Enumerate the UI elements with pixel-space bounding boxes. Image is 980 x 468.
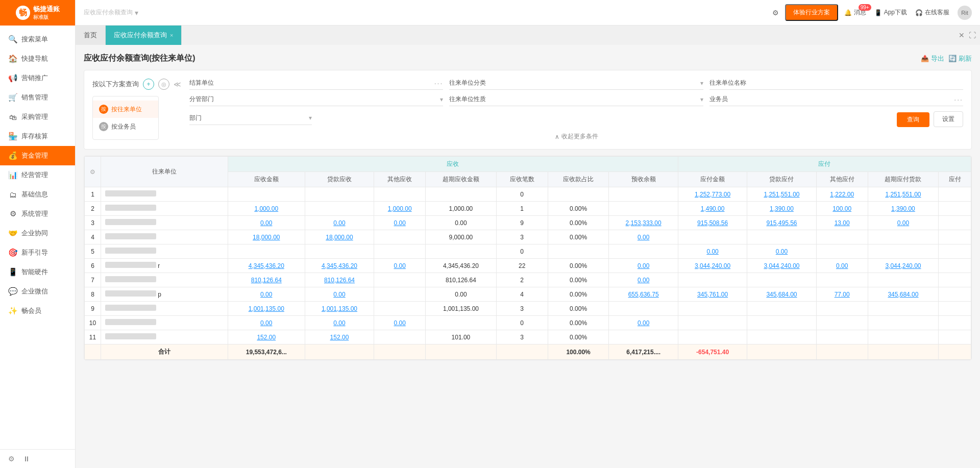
filter-field-partner-category: 往来单位分类 ▾ [449, 79, 703, 90]
online-service-label: 在线客服 [925, 8, 949, 17]
sidebar-item-label: 搜索菜单 [21, 35, 48, 44]
cooperation-icon: 🤝 [8, 229, 17, 238]
sidebar-item-finance[interactable]: 💰 资金管理 [0, 146, 75, 165]
salesperson-more-icon[interactable]: ··· [954, 95, 963, 104]
partner-category-input[interactable] [488, 80, 698, 87]
settings-button[interactable]: 设置 [934, 111, 963, 127]
dept-dropdown-icon[interactable]: ▾ [309, 114, 312, 121]
marketing-icon: 📢 [8, 73, 17, 83]
sidebar-item-cooperation[interactable]: 🤝 企业协同 [0, 224, 75, 243]
partner-category-label: 往来单位分类 [449, 79, 486, 87]
table-row: 500.000.00 [85, 244, 971, 259]
sidebar-settings-btn[interactable]: ⚙ [8, 455, 15, 463]
sidebar-item-marketing[interactable]: 📢 营销推广 [0, 68, 75, 88]
filter-add-button[interactable]: + [143, 79, 154, 90]
tab-close-button[interactable]: × [170, 32, 173, 38]
col-receivable-group-header: 应收 [228, 157, 678, 172]
query-button[interactable]: 查询 [897, 112, 929, 127]
sidebar-item-operations[interactable]: 📊 经营管理 [0, 165, 75, 185]
col-pay-rest: 应付 [939, 172, 971, 187]
wechat-icon: 💬 [8, 287, 17, 296]
page-header: 应收应付余额查询(按往来单位) 📤 导出 🔄 刷新 [84, 53, 972, 64]
col-rec-other: 其他应收 [374, 172, 426, 187]
online-service-button[interactable]: 🎧 在线客服 [915, 8, 949, 17]
sidebar-item-label: 库存核算 [21, 132, 48, 141]
sidebar-item-guide[interactable]: 🎯 新手引导 [0, 243, 75, 262]
col-rec-amount: 应收金额 [228, 172, 305, 187]
dept-input[interactable] [227, 114, 307, 121]
app-download-button[interactable]: 📱 App下载 [874, 8, 907, 17]
notification-button[interactable]: 🔔 消息 99+ [844, 8, 866, 17]
partner-name-input[interactable] [748, 80, 963, 87]
topbar-gear-icon[interactable]: ⚙ [772, 9, 779, 17]
filter-expand-button[interactable]: ≪ [174, 80, 181, 88]
partner-name-cell [101, 244, 228, 259]
branch-dept-dropdown-icon[interactable]: ▾ [440, 96, 443, 103]
col-rec-advance: 预收余额 [609, 172, 678, 187]
sidebar-item-basic[interactable]: 🗂 基础信息 [0, 185, 75, 204]
filter-field-settlement: 结算单位 ··· [189, 79, 443, 90]
col-pay-other: 其他应付 [816, 172, 868, 187]
scheme-item-salesperson[interactable]: 按 按业务员 [93, 118, 158, 135]
topbar: 应收应付余额查询 ▾ ⚙ 体验行业方案 🔔 消息 99+ 📱 App下载 🎧 在… [76, 0, 980, 26]
tabbar: 首页 应收应付余额查询 × ✕ ⛶ [76, 26, 980, 45]
promo-button[interactable]: 体验行业方案 [785, 4, 838, 21]
filter-collapse-button[interactable]: ∧ 收起更多条件 [189, 132, 963, 141]
download-icon: 📱 [874, 9, 882, 16]
export-button[interactable]: 📤 导出 [921, 54, 944, 63]
partner-name-cell [101, 273, 228, 287]
sidebar-item-quicknav[interactable]: 🏠 快捷导航 [0, 49, 75, 68]
filter-row-3: 部门 ▾ 查询 设置 [189, 111, 963, 127]
tab-receivable-payable[interactable]: 应收应付余额查询 × [106, 26, 182, 45]
sidebar-item-hardware[interactable]: 📱 智能硬件 [0, 262, 75, 282]
sidebar-collapse-btn[interactable]: ⏸ [23, 455, 30, 463]
app-download-label: App下载 [884, 8, 907, 17]
filter-header: 按以下方案查询 + ◎ ≪ [92, 79, 181, 90]
member-icon: ✨ [8, 306, 17, 315]
sidebar-item-label: 畅会员 [21, 306, 41, 315]
total-rec-ratio: 100.00% [548, 344, 609, 360]
logo-sub: 标准版 [33, 14, 60, 21]
notification-icon: 🔔 [844, 9, 852, 16]
filter-scheme-settings-button[interactable]: ◎ [158, 79, 169, 90]
logo-icon: 畅 [16, 6, 30, 20]
sidebar-footer: ⚙ ⏸ [0, 449, 75, 468]
logo-text: 畅捷通账 [33, 5, 60, 14]
partner-nature-dropdown-icon[interactable]: ▾ [700, 96, 703, 103]
partner-category-dropdown-icon[interactable]: ▾ [700, 80, 703, 87]
finance-icon: 💰 [8, 151, 17, 160]
total-rec-amount: 19,553,472,6... [228, 344, 305, 360]
branch-dept-input[interactable] [227, 96, 438, 103]
partner-nature-input[interactable] [488, 96, 698, 103]
tab-expand-icon[interactable]: ⛶ [969, 31, 976, 39]
refresh-button[interactable]: 🔄 刷新 [948, 54, 972, 63]
settlement-unit-more-icon[interactable]: ··· [434, 79, 444, 87]
sidebar-item-inventory[interactable]: 🏪 库存核算 [0, 127, 75, 146]
filter-field-dept: 部门 ▾ [189, 114, 312, 125]
partner-name-cell: r [101, 259, 228, 273]
user-menu[interactable]: Rit [958, 6, 972, 20]
hardware-icon: 📱 [8, 267, 17, 277]
sidebar-item-search[interactable]: 🔍 搜索菜单 [0, 30, 75, 49]
settlement-unit-input[interactable] [227, 80, 432, 87]
tab-close-window-icon[interactable]: ✕ [959, 31, 965, 39]
scheme-partner-label: 按往来单位 [111, 105, 142, 114]
sidebar-item-label: 企业微信 [21, 287, 48, 296]
sidebar-item-purchase[interactable]: 🛍 采购管理 [0, 107, 75, 127]
tab-home[interactable]: 首页 [76, 26, 106, 45]
page-header-actions: 📤 导出 🔄 刷新 [921, 54, 972, 63]
sidebar-item-wechat[interactable]: 💬 企业微信 [0, 282, 75, 301]
notification-badge: 99+ [859, 4, 871, 11]
salesperson-input[interactable] [747, 96, 952, 103]
sidebar-item-sales[interactable]: 🛒 销售管理 [0, 88, 75, 107]
basic-icon: 🗂 [8, 190, 17, 199]
table-settings-col[interactable]: ⚙ [85, 157, 101, 187]
sidebar-item-member[interactable]: ✨ 畅会员 [0, 301, 75, 321]
sidebar: 畅 畅捷通账 标准版 🔍 搜索菜单 🏠 快捷导航 📢 营销推广 🛒 销售管理 🛍 [0, 0, 76, 468]
scheme-item-partner[interactable]: 按 按往来单位 [93, 101, 158, 118]
page-title: 应收应付余额查询(按往来单位) [84, 53, 195, 64]
breadcrumb-arrow-down[interactable]: ▾ [135, 9, 138, 17]
sidebar-item-system[interactable]: ⚙ 系统管理 [0, 204, 75, 224]
total-pay-amount: -654,751.40 [678, 344, 747, 360]
col-partner-header: 往来单位 [101, 157, 228, 187]
